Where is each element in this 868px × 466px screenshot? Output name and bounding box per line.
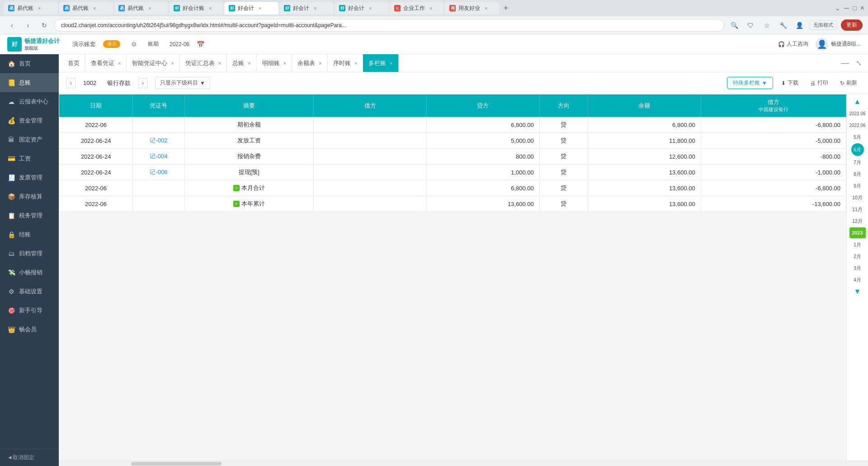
month-1[interactable]: 1月	[849, 239, 866, 250]
back-button[interactable]: ‹	[5, 19, 18, 32]
sidebar-item-inventory[interactable]: 📦 库存核算	[0, 187, 59, 206]
month-6[interactable]: 6月	[851, 143, 864, 156]
calendar-icon[interactable]: 📅	[197, 41, 204, 48]
refresh-button[interactable]: ↻ 刷新	[836, 77, 861, 89]
special-multi-column-button[interactable]: 特殊多栏账 ▼	[727, 77, 773, 89]
minimize-button[interactable]: ─	[844, 4, 849, 12]
browser-tab-5[interactable]: 好 好会计 ×	[224, 2, 278, 14]
tab-close-1[interactable]: ×	[38, 5, 41, 11]
tab-close-7[interactable]: ×	[369, 5, 372, 11]
sidebar-item-invoice[interactable]: 🧾 发票管理	[0, 168, 59, 187]
sidebar-item-settings[interactable]: ⚙ 基础设置	[0, 282, 59, 301]
browser-tab-6[interactable]: 好 好会计 ×	[279, 2, 334, 14]
cell-voucher-4[interactable]: 记-006	[133, 165, 184, 180]
address-input[interactable]	[54, 19, 724, 32]
month-2[interactable]: 2月	[849, 251, 866, 262]
sidebar-item-fund[interactable]: 💰 资金管理	[0, 111, 59, 130]
sidebar-item-assets[interactable]: 🏛 固定资产	[0, 130, 59, 149]
tab-smart-voucher-close[interactable]: ×	[171, 61, 174, 66]
tab-voucher-summary[interactable]: 凭证汇总表 ×	[180, 54, 227, 72]
tab-close-8[interactable]: ×	[429, 5, 432, 11]
settings-icon[interactable]: ⚙	[131, 41, 137, 48]
sidebar-item-cloud-report[interactable]: ☁ 云报表中心	[0, 92, 59, 111]
period-2022-06-2[interactable]: 2022.06	[849, 120, 866, 131]
sidebar-item-member[interactable]: 👑 畅会员	[0, 320, 59, 339]
cell-voucher-2[interactable]: 记-002	[133, 133, 184, 149]
download-button[interactable]: ⬇ 下载	[778, 77, 802, 89]
month-9[interactable]: 9月	[849, 180, 866, 191]
browser-tab-3[interactable]: 易 易代账 ×	[114, 2, 168, 14]
tab-overflow-button[interactable]: ⌄	[835, 5, 840, 12]
account-next-button[interactable]: ›	[138, 78, 148, 88]
update-button[interactable]: 更新	[841, 19, 863, 31]
sidebar-item-tax[interactable]: 📋 税务管理	[0, 206, 59, 225]
tab-chronological[interactable]: 序时账 ×	[328, 54, 363, 72]
tab-balance[interactable]: 余额表 ×	[292, 54, 327, 72]
account-prev-button[interactable]: ‹	[66, 78, 76, 88]
period-2022-06-1[interactable]: 2022.06	[849, 108, 866, 119]
browser-tab-1[interactable]: 易 易代账 ×	[4, 2, 58, 14]
forward-button[interactable]: ›	[22, 19, 34, 32]
refresh-nav-button[interactable]: ↻	[38, 19, 51, 32]
extensions-icon[interactable]: 🔧	[777, 19, 789, 32]
horizontal-scrollbar[interactable]	[59, 461, 868, 466]
month-11[interactable]: 11月	[849, 204, 866, 215]
month-8[interactable]: 8月	[849, 169, 866, 179]
browser-tab-8[interactable]: C 企业工作 ×	[390, 2, 444, 14]
star-icon[interactable]: ☆	[760, 19, 773, 32]
tab-voucher-summary-close[interactable]: ×	[218, 61, 221, 66]
month-12[interactable]: 12月	[849, 216, 866, 226]
browser-tab-7[interactable]: 好 好会计 ×	[335, 2, 389, 14]
tab-chronological-close[interactable]: ×	[354, 61, 357, 66]
service-button[interactable]: 🎧 人工咨询	[778, 40, 808, 48]
incognito-button[interactable]: 无痕模式	[809, 20, 837, 30]
tab-smart-voucher[interactable]: 智能凭证中心 ×	[127, 54, 179, 72]
scrollbar-thumb[interactable]	[131, 462, 222, 466]
month-3[interactable]: 3月	[849, 263, 866, 273]
print-button[interactable]: 🖨 打印	[807, 77, 832, 89]
new-tab-button[interactable]: +	[500, 2, 512, 14]
browser-tab-4[interactable]: 好 好会计账 ×	[169, 2, 223, 14]
tab-close-3[interactable]: ×	[148, 5, 151, 11]
user-profile[interactable]: 👤 畅捷通B组...	[816, 38, 861, 51]
tab-multi-column[interactable]: 多栏账 ×	[363, 54, 398, 72]
filter-select[interactable]: 只显示下级科目 ▼	[155, 77, 210, 89]
tab-close-5[interactable]: ×	[259, 5, 261, 11]
sidebar-item-home[interactable]: 🏠 首页	[0, 54, 59, 73]
browser-tab-9[interactable]: 用 用友好业 ×	[445, 2, 499, 14]
search-icon[interactable]: 🔍	[728, 19, 741, 32]
month-4[interactable]: 4月	[849, 274, 866, 285]
tab-balance-close[interactable]: ×	[319, 61, 321, 66]
sidebar-item-payroll[interactable]: 💳 工资	[0, 149, 59, 168]
month-scroll-down[interactable]: ▼	[854, 287, 861, 296]
tab-multi-column-close[interactable]: ×	[390, 61, 392, 66]
tab-collapse-button[interactable]: —	[839, 57, 851, 69]
month-7[interactable]: 7月	[849, 157, 866, 168]
sidebar-unpin-button[interactable]: ◄取消固定	[0, 449, 59, 466]
maximize-button[interactable]: □	[853, 5, 856, 12]
sidebar-item-expense[interactable]: 💸 小畅报销	[0, 263, 59, 282]
tab-general-ledger-close[interactable]: ×	[248, 61, 250, 66]
sidebar-item-archive[interactable]: 🗂 归档管理	[0, 244, 59, 263]
tab-detail-ledger[interactable]: 明细账 ×	[257, 54, 292, 72]
tab-expand-button[interactable]: ⤡	[853, 57, 864, 69]
close-window-button[interactable]: ×	[860, 4, 864, 12]
year-badge-2023[interactable]: 2023	[849, 227, 866, 238]
profile-icon[interactable]: 👤	[793, 19, 806, 32]
tab-general-ledger[interactable]: 总账 ×	[227, 54, 256, 72]
browser-tab-2[interactable]: 易 易代账 ×	[59, 2, 113, 14]
tab-close-6[interactable]: ×	[314, 5, 316, 11]
tab-view-voucher[interactable]: 查看凭证 ×	[85, 54, 127, 72]
tab-close-2[interactable]: ×	[93, 5, 96, 11]
sidebar-item-closing[interactable]: 🔒 结账	[0, 225, 59, 244]
sidebar-item-guide[interactable]: 🎯 新手引导	[0, 301, 59, 320]
tab-close-9[interactable]: ×	[485, 5, 487, 11]
tab-detail-ledger-close[interactable]: ×	[283, 61, 286, 66]
cell-voucher-3[interactable]: 记-004	[133, 149, 184, 165]
month-5[interactable]: 5月	[849, 132, 866, 142]
month-scroll-up[interactable]: ▲	[854, 98, 861, 106]
tab-view-voucher-close[interactable]: ×	[118, 61, 121, 66]
tab-close-4[interactable]: ×	[209, 5, 212, 11]
month-10[interactable]: 10月	[849, 192, 866, 203]
tab-home[interactable]: 首页	[62, 54, 85, 72]
